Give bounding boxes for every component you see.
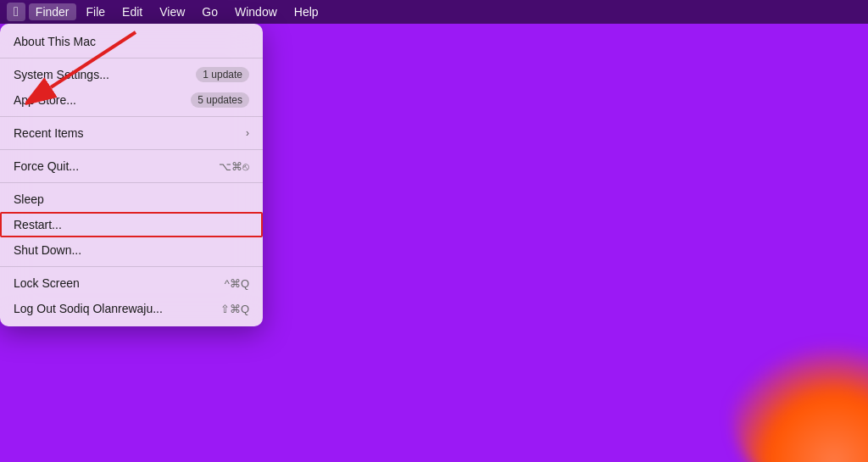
separator-3	[0, 149, 263, 150]
apple-menu-icon[interactable]: 	[7, 3, 25, 21]
apple-dropdown-menu: About This Mac System Settings... 1 upda…	[0, 24, 263, 326]
system-settings-badge: 1 update	[196, 67, 249, 82]
menu-item-restart[interactable]: Restart...	[0, 212, 263, 237]
menu-item-system-settings[interactable]: System Settings... 1 update	[0, 62, 263, 87]
log-out-shortcut: ⇧⌘Q	[220, 303, 249, 315]
menubar-edit[interactable]: Edit	[115, 3, 149, 20]
menubar-window[interactable]: Window	[228, 3, 284, 20]
menubar-help[interactable]: Help	[287, 3, 326, 20]
menu-item-app-store[interactable]: App Store... 5 updates	[0, 87, 263, 113]
separator-4	[0, 182, 263, 183]
separator-5	[0, 266, 263, 267]
menu-item-lock-screen-label: Lock Screen	[14, 276, 80, 290]
menu-item-force-quit-label: Force Quit...	[14, 159, 79, 173]
menu-item-shut-down-label: Shut Down...	[14, 243, 81, 257]
force-quit-shortcut: ⌥⌘⎋	[219, 160, 249, 173]
menu-item-restart-label: Restart...	[14, 218, 62, 231]
menubar:  Finder File Edit View Go Window Help	[0, 0, 868, 24]
menubar-go[interactable]: Go	[195, 3, 225, 20]
menu-item-sleep-label: Sleep	[14, 192, 44, 206]
menu-item-force-quit[interactable]: Force Quit... ⌥⌘⎋	[0, 153, 263, 179]
separator-1	[0, 58, 263, 58]
menu-item-log-out-label: Log Out Sodiq Olanrewaju...	[14, 302, 163, 315]
menu-item-recent-items[interactable]: Recent Items ›	[0, 120, 263, 146]
menu-item-app-store-label: App Store...	[14, 93, 76, 107]
menubar-view[interactable]: View	[153, 3, 192, 20]
menu-item-log-out[interactable]: Log Out Sodiq Olanrewaju... ⇧⌘Q	[0, 296, 263, 321]
menu-item-sleep[interactable]: Sleep	[0, 186, 263, 212]
separator-2	[0, 116, 263, 117]
menu-item-about-label: About This Mac	[14, 35, 96, 48]
menu-item-recent-items-label: Recent Items	[14, 126, 83, 140]
menu-item-shut-down[interactable]: Shut Down...	[0, 237, 263, 263]
lock-screen-shortcut: ^⌘Q	[225, 277, 249, 290]
menu-item-system-settings-label: System Settings...	[14, 68, 109, 81]
menu-item-lock-screen[interactable]: Lock Screen ^⌘Q	[0, 270, 263, 296]
menubar-file[interactable]: File	[80, 3, 113, 20]
menubar-finder[interactable]: Finder	[29, 3, 76, 20]
chevron-right-icon: ›	[246, 127, 249, 139]
app-store-badge: 5 updates	[191, 92, 249, 108]
menu-item-about[interactable]: About This Mac	[0, 29, 263, 54]
